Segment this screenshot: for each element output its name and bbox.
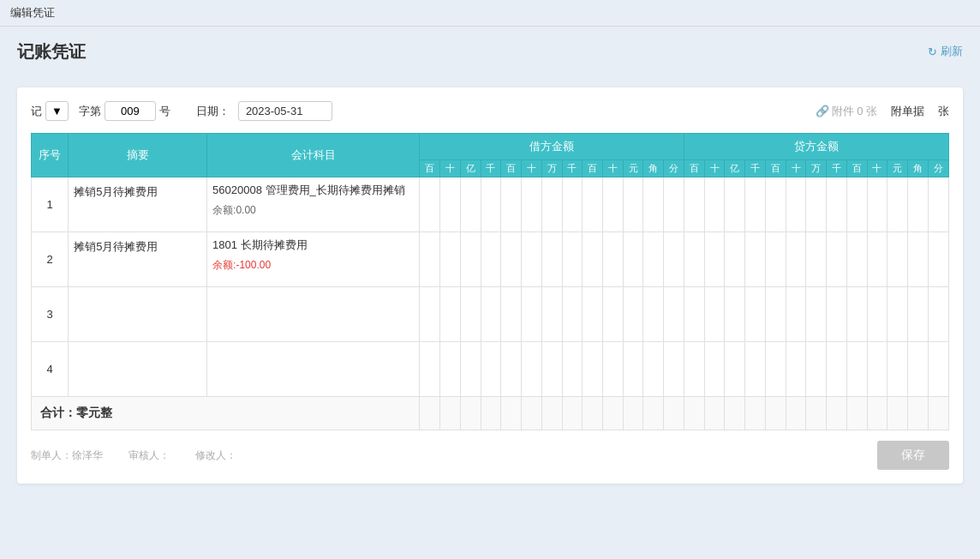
credit-cell[interactable]	[786, 287, 806, 342]
debit-cell[interactable]	[623, 287, 643, 342]
debit-cell[interactable]	[420, 177, 440, 232]
credit-cell[interactable]	[684, 177, 705, 232]
debit-cell[interactable]	[541, 287, 562, 342]
credit-cell[interactable]	[867, 232, 887, 287]
debit-cell[interactable]	[481, 177, 501, 232]
debit-cell[interactable]	[541, 232, 562, 287]
credit-cell[interactable]	[765, 342, 786, 397]
fudanju-btn[interactable]: 附单据	[891, 104, 924, 119]
debit-cell[interactable]	[643, 177, 664, 232]
debit-cell[interactable]	[643, 342, 664, 397]
credit-cell[interactable]	[928, 232, 948, 287]
debit-cell[interactable]	[541, 177, 562, 232]
debit-cell[interactable]	[664, 287, 684, 342]
attachment-link[interactable]: 🔗 附件 0 张	[816, 104, 877, 119]
debit-cell[interactable]	[583, 342, 603, 397]
voucher-number-input[interactable]	[105, 101, 156, 121]
credit-cell[interactable]	[765, 177, 786, 232]
credit-cell[interactable]	[704, 287, 725, 342]
credit-cell[interactable]	[806, 232, 827, 287]
credit-cell[interactable]	[725, 287, 745, 342]
debit-cell[interactable]	[440, 232, 461, 287]
credit-cell[interactable]	[867, 177, 887, 232]
row-summary[interactable]	[69, 342, 207, 397]
credit-cell[interactable]	[684, 232, 705, 287]
credit-cell[interactable]	[806, 177, 827, 232]
debit-cell[interactable]	[562, 342, 583, 397]
credit-cell[interactable]	[887, 342, 908, 397]
row-summary[interactable]: 摊销5月待摊费用	[69, 232, 207, 287]
credit-cell[interactable]	[846, 232, 867, 287]
debit-cell[interactable]	[583, 232, 603, 287]
credit-cell[interactable]	[928, 287, 948, 342]
debit-cell[interactable]	[460, 342, 481, 397]
credit-cell[interactable]	[745, 342, 766, 397]
credit-cell[interactable]	[786, 177, 806, 232]
credit-cell[interactable]	[908, 232, 929, 287]
credit-cell[interactable]	[806, 342, 827, 397]
credit-cell[interactable]	[887, 177, 908, 232]
debit-cell[interactable]	[623, 232, 643, 287]
row-summary[interactable]	[69, 287, 207, 342]
row-account[interactable]: 1801 长期待摊费用余额:-100.00	[207, 232, 420, 287]
debit-cell[interactable]	[522, 342, 542, 397]
debit-cell[interactable]	[460, 287, 481, 342]
debit-cell[interactable]	[664, 232, 684, 287]
debit-cell[interactable]	[481, 342, 501, 397]
credit-cell[interactable]	[806, 287, 827, 342]
debit-cell[interactable]	[460, 177, 481, 232]
credit-cell[interactable]	[867, 342, 887, 397]
table-row[interactable]: 2摊销5月待摊费用1801 长期待摊费用余额:-100.00	[32, 232, 949, 287]
credit-cell[interactable]	[887, 232, 908, 287]
credit-cell[interactable]	[908, 177, 929, 232]
debit-cell[interactable]	[440, 177, 461, 232]
debit-cell[interactable]	[643, 232, 664, 287]
debit-cell[interactable]	[623, 177, 643, 232]
credit-cell[interactable]	[867, 287, 887, 342]
row-summary[interactable]: 摊销5月待摊费用	[69, 177, 207, 232]
type-dropdown[interactable]: ▼	[45, 101, 69, 121]
credit-cell[interactable]	[928, 342, 948, 397]
debit-cell[interactable]	[481, 232, 501, 287]
credit-cell[interactable]	[704, 232, 725, 287]
debit-cell[interactable]	[481, 287, 501, 342]
debit-cell[interactable]	[522, 177, 542, 232]
credit-cell[interactable]	[684, 287, 705, 342]
debit-cell[interactable]	[562, 232, 583, 287]
debit-cell[interactable]	[562, 287, 583, 342]
save-button[interactable]: 保存	[877, 441, 949, 470]
row-account[interactable]: 56020008 管理费用_长期待摊费用摊销余额:0.00	[207, 177, 420, 232]
credit-cell[interactable]	[846, 287, 867, 342]
credit-cell[interactable]	[725, 342, 745, 397]
debit-cell[interactable]	[522, 287, 542, 342]
debit-cell[interactable]	[602, 287, 623, 342]
credit-cell[interactable]	[827, 342, 847, 397]
credit-cell[interactable]	[745, 287, 766, 342]
debit-cell[interactable]	[602, 177, 623, 232]
debit-cell[interactable]	[460, 232, 481, 287]
debit-cell[interactable]	[501, 287, 522, 342]
debit-cell[interactable]	[562, 177, 583, 232]
debit-cell[interactable]	[522, 232, 542, 287]
credit-cell[interactable]	[745, 232, 766, 287]
credit-cell[interactable]	[908, 287, 929, 342]
credit-cell[interactable]	[827, 177, 847, 232]
debit-cell[interactable]	[643, 287, 664, 342]
credit-cell[interactable]	[725, 177, 745, 232]
row-account[interactable]	[207, 287, 420, 342]
credit-cell[interactable]	[745, 177, 766, 232]
credit-cell[interactable]	[704, 177, 725, 232]
debit-cell[interactable]	[501, 342, 522, 397]
credit-cell[interactable]	[908, 342, 929, 397]
credit-cell[interactable]	[887, 287, 908, 342]
credit-cell[interactable]	[684, 342, 705, 397]
credit-cell[interactable]	[827, 232, 847, 287]
credit-cell[interactable]	[786, 342, 806, 397]
debit-cell[interactable]	[664, 342, 684, 397]
refresh-button[interactable]: ↻ 刷新	[928, 40, 963, 59]
debit-cell[interactable]	[664, 177, 684, 232]
debit-cell[interactable]	[420, 287, 440, 342]
credit-cell[interactable]	[786, 232, 806, 287]
credit-cell[interactable]	[725, 232, 745, 287]
debit-cell[interactable]	[420, 342, 440, 397]
